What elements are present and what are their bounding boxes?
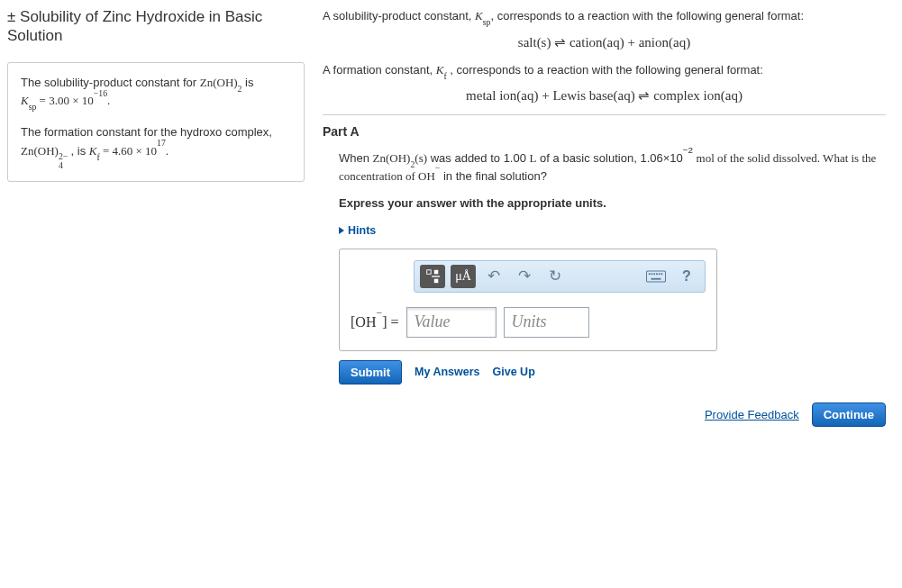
svg-rect-6 — [651, 273, 653, 275]
part-header: Part A — [323, 114, 886, 139]
hints-toggle[interactable]: Hints — [339, 222, 376, 240]
svg-rect-3 — [434, 279, 439, 284]
answer-box: μÅ ↶ ↷ ↻ — [339, 249, 717, 351]
intro-kf: A formation constant, Kf , corresponds t… — [323, 61, 886, 79]
equation-kf: metal ion(aq) + Lewis base(aq) ⇌ complex… — [323, 87, 886, 104]
svg-rect-5 — [649, 273, 651, 275]
zn-oh-2: Zn(OH)2 — [200, 76, 242, 89]
svg-rect-2 — [434, 270, 439, 275]
svg-rect-8 — [656, 273, 658, 275]
mu-a-label: μÅ — [455, 267, 471, 286]
intro-ksp: A solubility-product constant, Ksp, corr… — [323, 7, 886, 25]
svg-rect-4 — [646, 271, 665, 282]
kf-value: Kf = 4.60 × 1017. — [89, 144, 169, 158]
fraction-template-button[interactable] — [420, 265, 445, 288]
equation-ksp: salt(s) ⇌ cation(aq) + anion(aq) — [323, 34, 886, 50]
svg-rect-11 — [651, 278, 661, 280]
give-up-link[interactable]: Give Up — [493, 364, 535, 381]
text: The formation constant for the hydroxo c… — [21, 125, 272, 139]
fraction-icon — [424, 268, 441, 285]
value-input[interactable]: Value — [406, 307, 497, 338]
answer-label: [OH−] = — [351, 312, 399, 334]
redo-button[interactable]: ↷ — [512, 265, 537, 288]
question-text: When Zn(OH)2(s) was added to 1.00 L of a… — [339, 149, 886, 185]
units-input[interactable]: Units — [504, 307, 589, 338]
keyboard-button[interactable] — [643, 265, 669, 288]
hints-label: Hints — [348, 222, 376, 240]
submit-button[interactable]: Submit — [339, 360, 402, 384]
text: is — [245, 76, 253, 89]
text: The solubility-product constant for — [21, 76, 200, 89]
svg-rect-9 — [659, 273, 661, 275]
my-answers-link[interactable]: My Answers — [415, 364, 479, 381]
ksp-value: Ksp = 3.00 × 10−16. — [21, 94, 110, 107]
ksp-statement: The solubility-product constant for Zn(O… — [21, 74, 291, 112]
special-chars-button[interactable]: μÅ — [451, 265, 476, 288]
keyboard-icon — [646, 270, 666, 283]
triangle-right-icon — [339, 227, 344, 234]
help-button[interactable]: ? — [674, 265, 699, 288]
question-icon: ? — [682, 266, 691, 288]
svg-rect-0 — [427, 270, 432, 275]
toolbar: μÅ ↶ ↷ ↻ — [414, 260, 706, 293]
kf-statement: The formation constant for the hydroxo c… — [21, 123, 291, 170]
info-panel: The solubility-product constant for Zn(O… — [7, 62, 305, 182]
redo-icon: ↷ — [518, 265, 531, 288]
undo-icon: ↶ — [487, 265, 500, 288]
svg-rect-10 — [661, 273, 663, 275]
reset-icon: ↻ — [549, 265, 561, 288]
svg-rect-7 — [653, 273, 655, 275]
reset-button[interactable]: ↻ — [542, 265, 568, 288]
page-title: ± Solubility of Zinc Hydroxide in Basic … — [7, 7, 305, 46]
zn-oh-4-complex: Zn(OH)2−4 — [21, 144, 71, 158]
text: , is — [71, 144, 89, 158]
undo-button[interactable]: ↶ — [481, 265, 506, 288]
provide-feedback-link[interactable]: Provide Feedback — [705, 408, 799, 421]
instructions: Express your answer with the appropriate… — [339, 194, 886, 213]
continue-button[interactable]: Continue — [812, 403, 886, 427]
